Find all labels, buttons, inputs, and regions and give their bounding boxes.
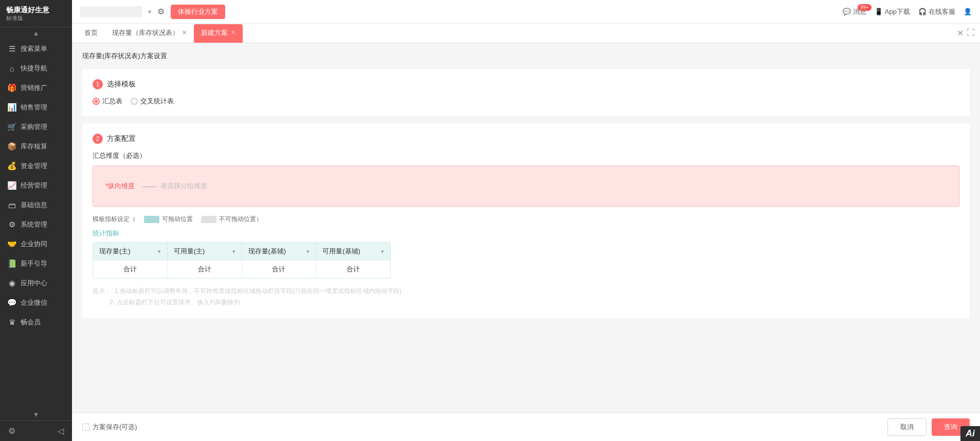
tab-inventory[interactable]: 现存量（库存状况表） ✕ xyxy=(105,24,194,43)
step2-card: 2 方案配置 汇总维度（必选） *纵向维度 —— 请选择分组维度 模板指标设定（… xyxy=(82,123,970,318)
sidebar-icon: 📈 xyxy=(7,181,16,190)
step2-num: 2 xyxy=(93,134,103,144)
dimension-area[interactable]: *纵向维度 —— 请选择分组维度 xyxy=(93,166,959,207)
stat-section-label: 统计指标 xyxy=(93,229,959,238)
radio-cross-table[interactable]: 交叉统计表 xyxy=(131,97,174,106)
tab-inventory-close-icon[interactable]: ✕ xyxy=(182,29,187,36)
sidebar-nav: ☰搜索菜单⌂快捷导航🎁营销推广📊销售管理🛒采购管理📦库存核算💰资金管理📈经营管理… xyxy=(0,39,72,409)
ai-badge[interactable]: Ai xyxy=(960,426,980,441)
sidebar-item-应用中心[interactable]: ◉应用中心 xyxy=(0,273,72,293)
sidebar-item-系统管理[interactable]: ⚙系统管理 xyxy=(0,215,72,234)
save-option[interactable]: 方案保存(可选) xyxy=(82,422,137,432)
messages-btn[interactable]: 💬 消息 99+ xyxy=(843,7,866,16)
tab-new-scheme[interactable]: 新建方案 ✕ xyxy=(194,24,243,43)
sidebar-item-基础信息[interactable]: 🗃基础信息 xyxy=(0,195,72,215)
col-label: 现存量(基辅) xyxy=(248,247,286,256)
radio-cross-label: 交叉统计表 xyxy=(140,97,174,106)
sidebar-item-搜索菜单[interactable]: ☰搜索菜单 xyxy=(0,39,72,59)
close-tab-icon[interactable]: ✕ xyxy=(957,28,964,38)
sidebar-item-畅会员[interactable]: ♛畅会员 xyxy=(0,313,72,332)
edition-label: 标准版 xyxy=(6,14,66,22)
sidebar-icon: ☰ xyxy=(7,44,16,53)
tab-home[interactable]: 首页 xyxy=(77,24,105,43)
save-option-label: 方案保存(可选) xyxy=(93,422,137,432)
sidebar-item-资金管理[interactable]: 💰资金管理 xyxy=(0,156,72,176)
sidebar-icon: 🛒 xyxy=(7,122,16,132)
stat-table-header: 现存量(主)▾可用量(主)▾现存量(基辅)▾可用量(基辅)▾ xyxy=(93,243,390,260)
industry-btn[interactable]: 体验行业方案 xyxy=(171,5,225,19)
sidebar-item-快捷导航[interactable]: ⌂快捷导航 xyxy=(0,59,72,78)
sidebar-item-label: 新手引导 xyxy=(21,259,47,268)
sidebar-item-经营管理[interactable]: 📈经营管理 xyxy=(0,176,72,195)
col-chevron-icon[interactable]: ▾ xyxy=(381,248,384,255)
stat-col-header: 可用量(基辅)▾ xyxy=(316,243,390,260)
page-content: 现存量(库存状况表)方案设置 1 选择模板 汇总表 交叉统计表 2 xyxy=(72,43,980,413)
col-label: 现存量(主) xyxy=(99,247,131,256)
field-placeholder: 请选择分组维度 xyxy=(160,181,207,191)
sidebar-item-库存核算[interactable]: 📦库存核算 xyxy=(0,137,72,156)
summary-dimension-label: 汇总维度（必选） xyxy=(93,151,959,160)
sidebar-icon: 📦 xyxy=(7,142,16,151)
col-chevron-icon[interactable]: ▾ xyxy=(306,248,310,255)
sidebar-item-label: 基础信息 xyxy=(21,200,47,210)
sidebar-icon: 💰 xyxy=(7,161,16,171)
tab-new-scheme-close-icon[interactable]: ✕ xyxy=(231,29,235,36)
stat-col-header: 现存量(主)▾ xyxy=(93,243,168,260)
topbar: ▾ ⚙ 体验行业方案 💬 消息 99+ 📱 App下载 🎧 在线客服 👤 xyxy=(72,0,980,24)
sidebar-icon: 📊 xyxy=(7,103,16,112)
radio-summary-table[interactable]: 汇总表 xyxy=(93,97,122,106)
sidebar-item-label: 企业协同 xyxy=(21,240,47,249)
template-radio-group: 汇总表 交叉统计表 xyxy=(93,97,959,106)
sidebar-icon: 🎁 xyxy=(7,83,16,93)
search-input[interactable] xyxy=(80,6,142,17)
sidebar-item-label: 库存核算 xyxy=(21,142,47,151)
step1-num: 1 xyxy=(93,79,103,89)
sidebar-item-label: 企业微信 xyxy=(21,298,47,307)
topbar-gear-icon[interactable]: ⚙ xyxy=(157,7,165,16)
sidebar-item-企业微信[interactable]: 💬企业微信 xyxy=(0,293,72,313)
stat-cell: 合计 xyxy=(316,261,390,278)
tabs-bar: 首页 现存量（库存状况表） ✕ 新建方案 ✕ ✕ ⛶ xyxy=(72,24,980,43)
app-download-btn[interactable]: 📱 App下载 xyxy=(875,7,910,16)
sidebar-icon: 🤝 xyxy=(7,240,16,249)
app-download-label: App下载 xyxy=(885,7,910,16)
sidebar-item-label: 搜索菜单 xyxy=(21,44,47,53)
sidebar-item-新手引导[interactable]: 📗新手引导 xyxy=(0,254,72,273)
sidebar-icon: 📗 xyxy=(7,259,16,268)
sidebar-item-营销推广[interactable]: 🎁营销推广 xyxy=(0,78,72,98)
sidebar-item-企业协同[interactable]: 🤝企业协同 xyxy=(0,234,72,254)
legend-intro-label: 模板指标设定（ xyxy=(93,215,136,224)
sidebar-item-label: 资金管理 xyxy=(21,161,47,171)
sidebar-scroll-up[interactable]: ▲ xyxy=(0,27,72,39)
legend-draggable: 可拖动位置 xyxy=(144,215,193,224)
legend-draggable-box xyxy=(144,216,159,223)
sidebar-item-采购管理[interactable]: 🛒采购管理 xyxy=(0,117,72,137)
save-checkbox[interactable] xyxy=(82,424,89,431)
headset-icon: 🎧 xyxy=(918,8,927,15)
tip-item2: 2. 点击标题栏下拉可设置排序、插入列和删除列 xyxy=(93,297,959,308)
col-chevron-icon[interactable]: ▾ xyxy=(158,248,161,255)
tabs-right-controls: ✕ ⛶ xyxy=(957,28,975,38)
sidebar-item-销售管理[interactable]: 📊销售管理 xyxy=(0,98,72,117)
online-service-btn[interactable]: 🎧 在线客服 xyxy=(918,7,955,16)
sidebar-scroll-down[interactable]: ▼ xyxy=(0,409,72,420)
main-area: ▾ ⚙ 体验行业方案 💬 消息 99+ 📱 App下载 🎧 在线客服 👤 xyxy=(72,0,980,441)
radio-summary-dot xyxy=(93,98,100,105)
tab-inventory-label: 现存量（库存状况表） xyxy=(112,28,179,38)
cancel-button[interactable]: 取消 xyxy=(887,418,927,436)
topbar-chevron-icon[interactable]: ▾ xyxy=(148,8,151,15)
sidebar-item-label: 采购管理 xyxy=(21,122,47,132)
sidebar-item-label: 快捷导航 xyxy=(21,64,47,73)
col-chevron-icon[interactable]: ▾ xyxy=(232,248,235,255)
user-avatar[interactable]: 👤 xyxy=(964,8,972,15)
sidebar: 畅康通好生意 标准版 ▲ ☰搜索菜单⌂快捷导航🎁营销推广📊销售管理🛒采购管理📦库… xyxy=(0,0,72,441)
collapse-icon[interactable]: ◁ xyxy=(58,426,64,436)
sidebar-item-label: 销售管理 xyxy=(21,103,47,112)
settings-icon[interactable]: ⚙ xyxy=(8,426,15,436)
sidebar-icon: 🗃 xyxy=(7,201,16,210)
expand-tab-icon[interactable]: ⛶ xyxy=(967,28,975,38)
sidebar-item-label: 系统管理 xyxy=(21,220,47,229)
step2-header: 2 方案配置 xyxy=(93,134,959,144)
field-dash: —— xyxy=(143,182,156,190)
field-required-label: *纵向维度 xyxy=(105,181,135,191)
